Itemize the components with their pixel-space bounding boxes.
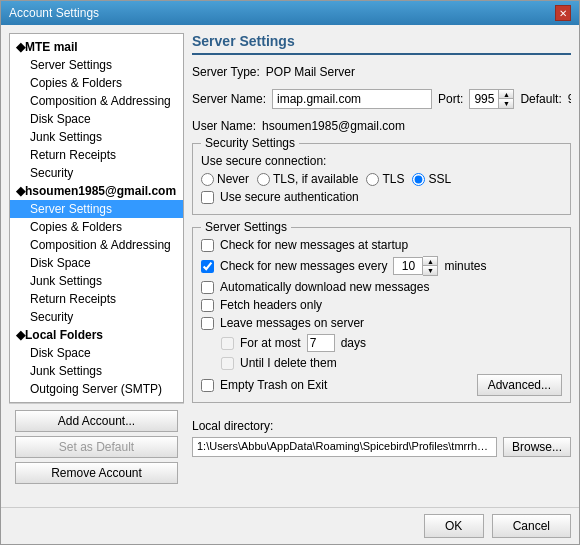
radio-never-input[interactable]: [201, 173, 214, 186]
sidebar-item-local-disk[interactable]: Disk Space: [10, 344, 183, 362]
username-label: User Name:: [192, 119, 256, 133]
server-name-input[interactable]: [272, 89, 432, 109]
sidebar-item-mte-server[interactable]: Server Settings: [10, 56, 183, 74]
sidebar-item-gmail-composition[interactable]: Composition & Addressing: [10, 236, 183, 254]
use-secure-label: Use secure connection:: [201, 154, 326, 168]
radio-tls-available[interactable]: TLS, if available: [257, 172, 358, 186]
server-settings-content: Check for new messages at startup Check …: [201, 238, 562, 396]
sidebar-item-gmail-security[interactable]: Security: [10, 308, 183, 326]
port-down-button[interactable]: ▼: [499, 99, 513, 108]
radio-ssl-input[interactable]: [412, 173, 425, 186]
fetch-headers-label: Fetch headers only: [220, 298, 322, 312]
check-every-spinbox: ▲ ▼: [393, 256, 438, 276]
server-name-row: Server Name: Port: ▲ ▼ Default: 995: [192, 89, 571, 109]
account-tree: ◆MTE mail Server Settings Copies & Folde…: [9, 33, 184, 403]
default-value: 995: [568, 92, 571, 106]
cancel-button[interactable]: Cancel: [492, 514, 571, 538]
panel-title: Server Settings: [192, 33, 571, 55]
set-default-button[interactable]: Set as Default: [15, 436, 178, 458]
for-at-most-input[interactable]: [307, 334, 335, 352]
local-dir-label: Local directory:: [192, 419, 571, 433]
leave-messages-label: Leave messages on server: [220, 316, 364, 330]
for-at-most-unit: days: [341, 336, 366, 350]
sidebar-item-mte-disk[interactable]: Disk Space: [10, 110, 183, 128]
browse-button[interactable]: Browse...: [503, 437, 571, 457]
secure-auth-row: Use secure authentication: [201, 190, 562, 204]
local-dir-row: 1:\Users\Abbu\AppData\Roaming\Spicebird\…: [192, 437, 571, 457]
radio-never[interactable]: Never: [201, 172, 249, 186]
advanced-button[interactable]: Advanced...: [477, 374, 562, 396]
auto-download-row: Automatically download new messages: [201, 280, 562, 294]
default-label: Default:: [520, 92, 561, 106]
leave-messages-checkbox[interactable]: [201, 317, 214, 330]
empty-trash-checkbox[interactable]: [201, 379, 214, 392]
radio-ssl-label: SSL: [428, 172, 451, 186]
sidebar-account-local[interactable]: ◆Local Folders: [10, 326, 183, 344]
sidebar-account-gmail[interactable]: ◆hsoumen1985@gmail.com: [10, 182, 183, 200]
radio-ssl[interactable]: SSL: [412, 172, 451, 186]
leave-messages-row: Leave messages on server: [201, 316, 562, 330]
check-every-input[interactable]: [393, 257, 423, 275]
add-account-button[interactable]: Add Account...: [15, 410, 178, 432]
sidebar-item-mte-security[interactable]: Security: [10, 164, 183, 182]
close-button[interactable]: ✕: [555, 5, 571, 21]
radio-tls-available-input[interactable]: [257, 173, 270, 186]
empty-trash-row: Empty Trash on Exit: [201, 378, 327, 392]
auto-download-checkbox[interactable]: [201, 281, 214, 294]
sidebar-item-gmail-server[interactable]: Server Settings: [10, 200, 183, 218]
sidebar-footer: Add Account... Set as Default Remove Acc…: [9, 403, 184, 490]
fetch-headers-row: Fetch headers only: [201, 298, 562, 312]
radio-never-label: Never: [217, 172, 249, 186]
check-every-down-button[interactable]: ▼: [423, 266, 437, 275]
radio-options-row: Never TLS, if available TLS SSL: [201, 172, 562, 186]
server-type-row: Server Type: POP Mail Server: [192, 65, 571, 79]
title-bar: Account Settings ✕: [1, 1, 579, 25]
check-every-up-button[interactable]: ▲: [423, 257, 437, 266]
sidebar-item-gmail-junk[interactable]: Junk Settings: [10, 272, 183, 290]
check-startup-label: Check for new messages at startup: [220, 238, 408, 252]
sidebar-item-gmail-receipts[interactable]: Return Receipts: [10, 290, 183, 308]
check-startup-row: Check for new messages at startup: [201, 238, 562, 252]
port-spinbox: ▲ ▼: [469, 89, 514, 109]
until-delete-label: Until I delete them: [240, 356, 337, 370]
sidebar-item-local-junk[interactable]: Junk Settings: [10, 362, 183, 380]
radio-tls-label: TLS: [382, 172, 404, 186]
settings-panel: Server Settings Server Type: POP Mail Se…: [192, 33, 571, 499]
radio-tls[interactable]: TLS: [366, 172, 404, 186]
sidebar-item-mte-copies[interactable]: Copies & Folders: [10, 74, 183, 92]
radio-tls-input[interactable]: [366, 173, 379, 186]
check-every-unit: minutes: [444, 259, 486, 273]
sidebar-item-gmail-disk[interactable]: Disk Space: [10, 254, 183, 272]
port-up-button[interactable]: ▲: [499, 90, 513, 99]
check-every-row: Check for new messages every ▲ ▼ minutes: [201, 256, 562, 276]
fetch-headers-checkbox[interactable]: [201, 299, 214, 312]
radio-tls-available-label: TLS, if available: [273, 172, 358, 186]
until-delete-checkbox[interactable]: [221, 357, 234, 370]
sidebar-item-gmail-copies[interactable]: Copies & Folders: [10, 218, 183, 236]
server-name-label: Server Name:: [192, 92, 266, 106]
remove-account-button[interactable]: Remove Account: [15, 462, 178, 484]
account-settings-window: Account Settings ✕ ◆MTE mail Server Sett…: [0, 0, 580, 545]
sidebar-item-mte-junk[interactable]: Junk Settings: [10, 128, 183, 146]
for-at-most-row: For at most days: [221, 334, 562, 352]
username-value: hsoumen1985@gmail.com: [262, 119, 405, 133]
ok-button[interactable]: OK: [424, 514, 484, 538]
secure-auth-label: Use secure authentication: [220, 190, 359, 204]
check-startup-checkbox[interactable]: [201, 239, 214, 252]
username-row: User Name: hsoumen1985@gmail.com: [192, 119, 571, 133]
security-group-title: Security Settings: [201, 136, 299, 150]
port-label: Port:: [438, 92, 463, 106]
secure-connection-row: Use secure connection:: [201, 154, 562, 168]
until-delete-row: Until I delete them: [221, 356, 562, 370]
sidebar-item-mte-receipts[interactable]: Return Receipts: [10, 146, 183, 164]
local-dir-section: Local directory: 1:\Users\Abbu\AppData\R…: [192, 419, 571, 457]
sidebar-item-mte-composition[interactable]: Composition & Addressing: [10, 92, 183, 110]
for-at-most-checkbox[interactable]: [221, 337, 234, 350]
sidebar-account-mte[interactable]: ◆MTE mail: [10, 38, 183, 56]
secure-auth-checkbox[interactable]: [201, 191, 214, 204]
security-settings-group: Security Settings Use secure connection:…: [192, 143, 571, 215]
server-settings-group-title: Server Settings: [201, 220, 291, 234]
port-input[interactable]: [469, 89, 499, 109]
check-every-checkbox[interactable]: [201, 260, 214, 273]
sidebar-item-local-smtp[interactable]: Outgoing Server (SMTP): [10, 380, 183, 398]
